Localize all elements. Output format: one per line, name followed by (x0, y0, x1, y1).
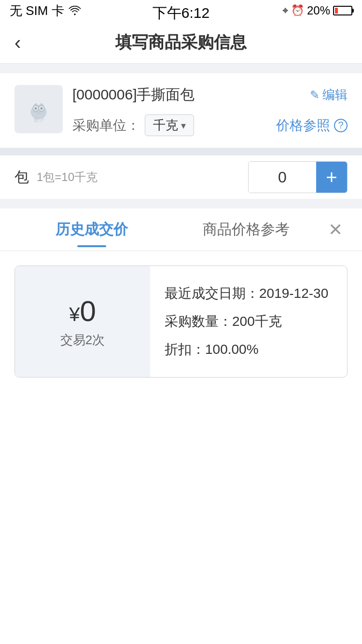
quantity-label: 采购数量： (165, 314, 232, 329)
unit-select-dropdown[interactable]: 千克 ▾ (145, 114, 194, 136)
product-title-row: [0000006]手撕面包 ✎ 编辑 (72, 85, 348, 105)
tab-bar: 历史成交价 商品价格参考 ✕ (0, 209, 362, 251)
trade-count: 交易2次 (60, 332, 105, 349)
price-card: ¥0 交易2次 最近成交日期：2019-12-30 采购数量：200千克 折扣：… (14, 266, 348, 378)
recent-date-value: 2019-12-30 (259, 286, 328, 301)
price-ref-help-icon: ? (334, 119, 348, 132)
edit-button[interactable]: ✎ 编辑 (310, 86, 348, 103)
edit-icon: ✎ (310, 88, 320, 102)
status-carrier: 无 SIM 卡 (10, 2, 82, 19)
status-right: ⌖ ⏰ 20% (282, 4, 352, 17)
nav-bar: ‹ 填写商品采购信息 (0, 21, 362, 64)
quantity-plus-button[interactable]: + (316, 162, 347, 193)
alarm-icon: ⏰ (291, 4, 304, 17)
product-name: [0000006]手撕面包 (72, 85, 195, 105)
history-price-content: ¥0 交易2次 最近成交日期：2019-12-30 采购数量：200千克 折扣：… (0, 251, 362, 392)
product-thumbnail: 数计 (24, 95, 53, 124)
tab-close-button[interactable]: ✕ (323, 220, 348, 240)
location-icon: ⌖ (282, 4, 288, 17)
quantity-unit-label: 包 (14, 168, 29, 187)
tab-price-reference-label: 商品价格参考 (203, 221, 290, 237)
price-value: 0 (80, 295, 96, 327)
battery-percent: 20% (307, 4, 330, 17)
price-amount: ¥0 (69, 294, 96, 328)
purchase-quantity-row: 采购数量：200千克 (165, 311, 333, 332)
svg-point-5 (34, 107, 37, 110)
back-button[interactable]: ‹ (14, 33, 21, 52)
plus-icon: + (326, 167, 337, 188)
price-card-right: 最近成交日期：2019-12-30 采购数量：200千克 折扣：100.00% (150, 266, 347, 377)
tab-price-reference[interactable]: 商品价格参考 (169, 212, 323, 247)
tab-history-price[interactable]: 历史成交价 (14, 212, 169, 247)
price-ref-label: 价格参照 (276, 116, 330, 135)
status-time: 下午6:12 (153, 3, 209, 23)
price-ref-question: ? (338, 120, 343, 131)
product-section: 数计 [0000006]手撕面包 ✎ 编辑 采购单位： 千克 ▾ (0, 73, 362, 148)
tab-history-price-label: 历史成交价 (56, 221, 128, 237)
unit-dropdown-arrow: ▾ (181, 120, 186, 131)
page-title: 填写商品采购信息 (115, 31, 247, 54)
tab-section: 历史成交价 商品价格参考 ✕ ¥0 交易2次 最近成交日期：2019-12-30… (0, 209, 362, 392)
product-info: [0000006]手撕面包 ✎ 编辑 采购单位： 千克 ▾ 价格参照 (72, 85, 348, 136)
battery-icon (333, 6, 352, 15)
quantity-label-group: 包 1包=10千克 (14, 168, 97, 187)
carrier-text: 无 SIM 卡 (10, 2, 64, 19)
discount-label: 折扣： (165, 342, 205, 357)
product-image: 数计 (14, 85, 63, 133)
quantity-input-group: + (248, 161, 348, 193)
recent-date-label: 最近成交日期： (165, 286, 259, 301)
discount-value: 100.00% (205, 342, 259, 357)
svg-text:数计: 数计 (34, 117, 44, 123)
quantity-value: 200千克 (232, 314, 282, 329)
tab-underline (77, 245, 106, 247)
section-divider (0, 148, 362, 155)
discount-row: 折扣：100.00% (165, 339, 333, 360)
content-area (0, 392, 362, 644)
unit-label: 采购单位： (72, 116, 140, 135)
product-unit-row: 采购单位： 千克 ▾ 价格参照 ? (72, 114, 348, 136)
svg-point-6 (40, 107, 42, 110)
quantity-conversion-hint: 1包=10千克 (37, 169, 97, 185)
edit-label: 编辑 (322, 86, 348, 103)
quantity-input[interactable] (249, 162, 316, 193)
wifi-icon (68, 6, 82, 15)
quantity-row: 包 1包=10千克 + (0, 155, 362, 199)
status-bar: 无 SIM 卡 下午6:12 ⌖ ⏰ 20% (0, 0, 362, 21)
product-header: 数计 [0000006]手撕面包 ✎ 编辑 采购单位： 千克 ▾ (14, 85, 348, 136)
price-reference-link[interactable]: 价格参照 ? (276, 116, 348, 135)
price-card-left: ¥0 交易2次 (15, 266, 150, 377)
unit-value: 千克 (153, 117, 178, 134)
currency-symbol: ¥ (69, 304, 80, 325)
recent-date-row: 最近成交日期：2019-12-30 (165, 283, 333, 304)
